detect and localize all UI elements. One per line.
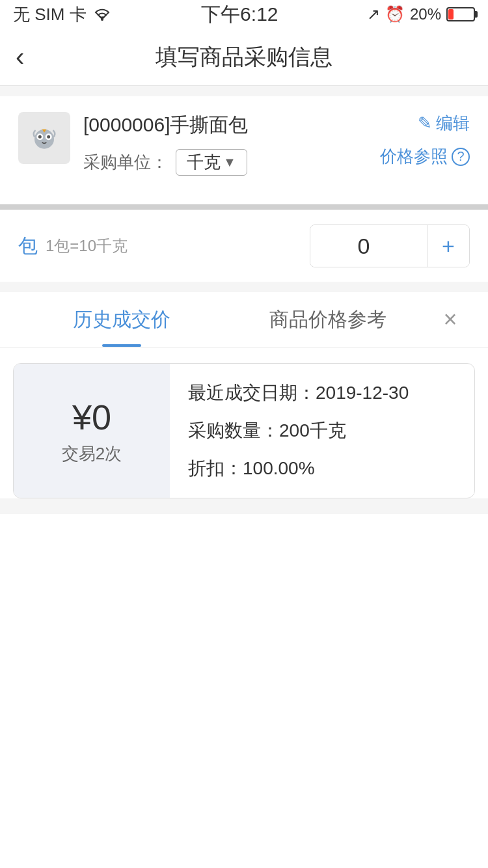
quantity-input[interactable] [310, 225, 427, 267]
status-right: ↗ ⏰ 20% [367, 5, 475, 23]
nav-bar: ‹ 填写商品采购信息 [0, 29, 488, 86]
back-button[interactable]: ‹ [16, 42, 24, 72]
tab-price-reference-label: 商品价格参考 [269, 306, 386, 333]
price-card: ¥0 交易2次 最近成交日期：2019-12-30 采购数量：200千克 折扣：… [13, 363, 475, 498]
discount-value: 100.00% [243, 458, 315, 478]
edit-button[interactable]: ✎ 编辑 [418, 112, 470, 135]
tabs-header: 历史成交价 商品价格参考 × [0, 292, 488, 347]
location-icon: ↗ [367, 5, 380, 23]
package-ratio: 1包=10千克 [46, 236, 128, 256]
svg-point-4 [38, 135, 42, 139]
product-header: [0000006]手撕面包 采购单位： 千克 ▼ ✎ 编辑 价格参照 ? [18, 112, 470, 176]
divider [0, 204, 488, 210]
package-label: 包 [18, 233, 38, 260]
page-title: 填写商品采购信息 [156, 42, 332, 72]
quantity-control: + [310, 224, 470, 267]
dropdown-arrow-icon: ▼ [223, 155, 236, 170]
recent-date-value: 2019-12-30 [316, 383, 409, 403]
status-left: 无 SIM 卡 [13, 3, 113, 26]
product-name: [0000006]手撕面包 [83, 112, 248, 139]
unit-selector[interactable]: 千克 ▼ [176, 149, 247, 176]
purchase-qty-row: 采购数量：200千克 [188, 417, 456, 444]
price-trades: 交易2次 [62, 442, 122, 465]
battery-icon [446, 7, 475, 21]
svg-point-5 [47, 135, 50, 139]
tab-history-price-label: 历史成交价 [73, 306, 170, 333]
question-icon: ? [452, 148, 470, 166]
tabs-section: 历史成交价 商品价格参考 × ¥0 交易2次 最近成交日期：2019-12-30… [0, 292, 488, 498]
price-card-left: ¥0 交易2次 [14, 364, 170, 498]
price-reference-button[interactable]: 价格参照 ? [380, 145, 470, 168]
edit-pencil-icon: ✎ [418, 113, 432, 133]
currency-symbol: ¥ [72, 398, 92, 437]
recent-date-label: 最近成交日期： [188, 383, 316, 403]
unit-value: 千克 [187, 151, 221, 174]
no-sim-label: 无 SIM 卡 [13, 3, 87, 26]
product-thumbnail [18, 112, 70, 164]
svg-point-0 [101, 18, 103, 21]
owl-logo [28, 122, 61, 154]
tabs-close-button[interactable]: × [431, 292, 470, 347]
price-number: 0 [92, 398, 111, 437]
alarm-icon: ⏰ [385, 5, 405, 23]
product-left: [0000006]手撕面包 采购单位： 千克 ▼ [18, 112, 248, 176]
empty-section [0, 514, 488, 868]
status-time: 下午6:12 [201, 1, 278, 28]
discount-label: 折扣： [188, 458, 243, 478]
recent-date-row: 最近成交日期：2019-12-30 [188, 379, 456, 407]
tab-indicator [102, 344, 141, 347]
battery-percent: 20% [410, 5, 441, 23]
product-unit-row: 采购单位： 千克 ▼ [83, 149, 248, 176]
quantity-label: 包 1包=10千克 [18, 233, 128, 260]
product-right-col: ✎ 编辑 价格参照 ? [380, 112, 470, 168]
quantity-plus-button[interactable]: + [427, 225, 469, 267]
price-card-right: 最近成交日期：2019-12-30 采购数量：200千克 折扣：100.00% [170, 364, 474, 498]
tab-price-reference[interactable]: 商品价格参考 [224, 292, 431, 347]
product-card: [0000006]手撕面包 采购单位： 千克 ▼ ✎ 编辑 价格参照 ? [0, 96, 488, 204]
edit-label: 编辑 [436, 112, 470, 135]
price-value: ¥0 [72, 397, 111, 437]
price-ref-label: 价格参照 [380, 145, 448, 168]
purchase-qty-value: 200千克 [279, 420, 346, 441]
purchase-qty-label: 采购数量： [188, 420, 279, 441]
quantity-row: 包 1包=10千克 + [0, 210, 488, 282]
status-bar: 无 SIM 卡 下午6:12 ↗ ⏰ 20% [0, 0, 488, 29]
discount-row: 折扣：100.00% [188, 455, 456, 482]
product-info: [0000006]手撕面包 采购单位： 千克 ▼ [83, 112, 248, 176]
tab-history-price[interactable]: 历史成交价 [18, 292, 224, 347]
wifi-icon [92, 7, 113, 21]
purchase-unit-label: 采购单位： [83, 151, 168, 174]
